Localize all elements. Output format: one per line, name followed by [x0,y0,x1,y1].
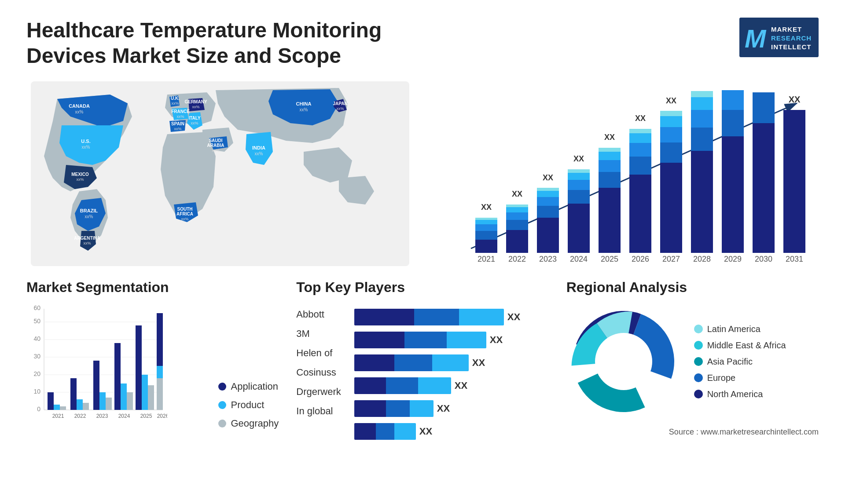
svg-rect-91 [691,110,713,128]
svg-text:2021: 2021 [478,255,495,263]
bar-drgerwerk [354,400,434,417]
svg-text:2023: 2023 [539,255,557,263]
svg-rect-72 [599,148,621,152]
svg-rect-76 [629,157,651,175]
svg-rect-90 [691,128,713,151]
bar-row-cosinuss: XX [354,377,549,394]
svg-text:MEXICO: MEXICO [71,172,89,177]
player-bars: XX XX [354,304,549,440]
seg-chart: 0 10 20 30 40 50 60 [26,304,205,429]
svg-rect-96 [722,136,744,253]
svg-rect-63 [568,180,590,190]
bar-row-helen: XX [354,354,549,371]
bar-segment-mid [394,354,432,371]
seg-chart-area: 0 10 20 30 40 50 60 [26,304,279,429]
svg-text:2030: 2030 [755,255,772,263]
svg-rect-70 [599,160,621,172]
map-section: CANADA xx% U.S. xx% MEXICO xx% BRAZIL xx… [26,81,414,266]
regional-legend: Latin America Middle East & Africa Asia … [694,324,786,399]
dot-middle-east-africa [694,341,703,350]
main-bar-chart-svg: XX 2021 XX 2022 XX [431,90,819,275]
regional-content: Latin America Middle East & Africa Asia … [566,304,819,419]
dot-europe [694,373,703,382]
bar-chart-section: XX 2021 XX 2022 XX [431,81,819,266]
header: Healthcare Temperature Monitoring Device… [26,18,819,68]
svg-rect-125 [77,399,83,410]
svg-rect-62 [568,190,590,204]
bar-segment-dark [354,332,404,348]
svg-rect-41 [475,231,497,240]
svg-rect-98 [722,90,744,110]
svg-text:2024: 2024 [570,255,588,263]
bottom-grid: Market Segmentation 0 10 20 30 40 5 [26,279,819,440]
svg-text:2025: 2025 [140,413,152,419]
bar-label-abbott: XX [507,311,520,323]
segmentation-section: Market Segmentation 0 10 20 30 40 5 [26,279,279,440]
bar-segment-dark [354,354,394,371]
dot-asia-pacific [694,357,703,366]
svg-text:2026: 2026 [632,255,649,263]
svg-rect-57 [537,191,559,197]
svg-text:2025: 2025 [601,255,618,263]
svg-text:xx%: xx% [176,114,184,119]
svg-rect-132 [114,343,121,410]
bar-segment-mid [376,423,394,440]
bar-row-drgerwerk: XX [354,400,549,417]
svg-rect-85 [660,116,682,127]
legend-dot-geography [218,420,226,427]
player-drgerwerk: Drgerwerk [296,386,341,398]
svg-text:xx%: xx% [336,106,344,111]
svg-text:XX: XX [573,154,584,163]
svg-text:2029: 2029 [724,255,742,263]
player-abbott: Abbott [296,309,341,320]
svg-rect-40 [475,240,497,253]
logo-box: M MARKET RESEARCH INTELLECT [739,18,819,57]
svg-text:XX: XX [635,114,646,123]
svg-text:FRANCE: FRANCE [171,109,190,114]
bar-segment-light [447,332,486,348]
legend-label-geography: Geography [231,418,279,429]
svg-rect-86 [660,111,682,116]
donut-chart-svg [566,304,681,419]
svg-rect-55 [537,206,559,218]
player-names: Abbott 3M Helen of Cosinuss Drgerwerk In… [296,304,341,440]
svg-rect-134 [127,392,133,410]
svg-text:XX: XX [481,203,492,212]
svg-text:XX: XX [604,133,615,142]
svg-text:2024: 2024 [118,413,130,419]
svg-text:ITALY: ITALY [188,116,201,121]
bar-segment-mid [386,377,418,394]
svg-text:GERMANY: GERMANY [184,99,207,104]
players-list: Abbott 3M Helen of Cosinuss Drgerwerk In… [296,304,548,440]
seg-chart-svg: 0 10 20 30 40 50 60 [26,304,167,427]
svg-text:INTELLECT: INTELLECT [771,43,812,51]
seg-legend: Application Product Geography [205,381,279,429]
svg-rect-122 [60,406,66,410]
bar-segment-dark [354,377,386,394]
svg-rect-130 [106,398,112,410]
svg-text:xx%: xx% [82,145,90,150]
svg-text:xx%: xx% [255,151,263,156]
bar-abbott [354,309,504,325]
svg-text:2023: 2023 [96,413,108,419]
legend-label-application: Application [231,381,278,392]
svg-rect-138 [148,385,154,410]
donut-container [566,304,681,419]
bar-segment-light [394,423,416,440]
player-3m: 3M [296,328,341,340]
svg-rect-103 [783,110,805,253]
svg-rect-126 [83,403,89,410]
bar-segment-mid [386,400,410,417]
bar-label-inglobal: XX [419,426,432,437]
svg-text:2021: 2021 [52,413,64,419]
legend-latin-america: Latin America [694,324,786,334]
bar-segment-light [459,309,504,325]
svg-text:XX: XX [666,96,676,105]
svg-rect-129 [99,392,106,410]
svg-text:BRAZIL: BRAZIL [80,208,98,213]
bar-chart-container: XX 2021 XX 2022 XX [431,81,819,266]
bar-label-helen: XX [472,357,485,369]
svg-text:2022: 2022 [508,255,526,263]
bar-inglobal [354,423,416,440]
svg-rect-75 [629,175,651,253]
